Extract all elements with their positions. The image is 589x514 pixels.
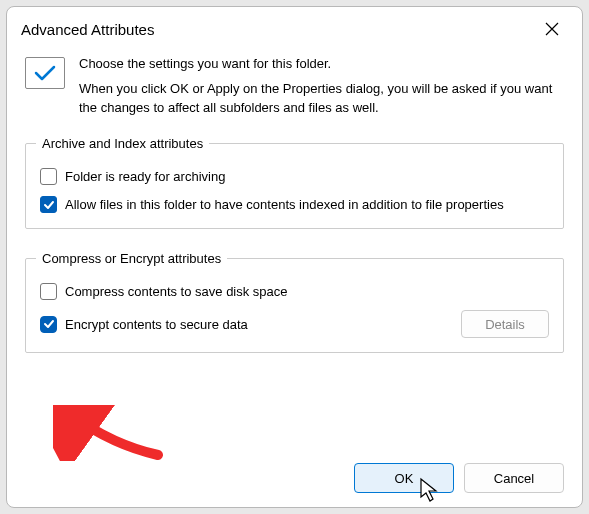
encrypt-checkbox[interactable] [40, 316, 57, 333]
dialog-footer: OK Cancel [354, 463, 564, 493]
archive-checkbox-row: Folder is ready for archiving [40, 167, 549, 186]
details-button[interactable]: Details [461, 310, 549, 338]
intro-line1: Choose the settings you want for this fo… [79, 55, 564, 74]
archive-index-legend: Archive and Index attributes [36, 136, 209, 151]
archive-index-group: Archive and Index attributes Folder is r… [25, 136, 564, 229]
close-icon [545, 22, 559, 36]
index-checkbox[interactable] [40, 196, 57, 213]
annotation-arrow-icon [53, 405, 163, 461]
check-icon [43, 318, 55, 330]
ok-button[interactable]: OK [354, 463, 454, 493]
archive-checkbox[interactable] [40, 168, 57, 185]
checkbox-illustration-icon [25, 57, 65, 89]
encrypt-label: Encrypt contents to secure data [65, 315, 248, 334]
archive-label: Folder is ready for archiving [65, 167, 225, 186]
encrypt-row-container: Encrypt contents to secure data Details [40, 310, 549, 338]
compress-checkbox[interactable] [40, 283, 57, 300]
dialog-content: Choose the settings you want for this fo… [7, 49, 582, 353]
titlebar: Advanced Attributes [7, 7, 582, 49]
compress-encrypt-group: Compress or Encrypt attributes Compress … [25, 251, 564, 354]
encrypt-checkbox-row: Encrypt contents to secure data [40, 315, 248, 334]
advanced-attributes-dialog: Advanced Attributes Choose the settings … [6, 6, 583, 508]
check-icon [43, 199, 55, 211]
compress-encrypt-legend: Compress or Encrypt attributes [36, 251, 227, 266]
close-button[interactable] [536, 17, 568, 41]
index-label: Allow files in this folder to have conte… [65, 195, 504, 214]
intro-line2: When you click OK or Apply on the Proper… [79, 80, 564, 118]
intro-section: Choose the settings you want for this fo… [25, 55, 564, 118]
intro-text: Choose the settings you want for this fo… [79, 55, 564, 118]
compress-checkbox-row: Compress contents to save disk space [40, 282, 549, 301]
cancel-button[interactable]: Cancel [464, 463, 564, 493]
compress-label: Compress contents to save disk space [65, 282, 288, 301]
dialog-title: Advanced Attributes [21, 21, 154, 38]
index-checkbox-row: Allow files in this folder to have conte… [40, 195, 549, 214]
